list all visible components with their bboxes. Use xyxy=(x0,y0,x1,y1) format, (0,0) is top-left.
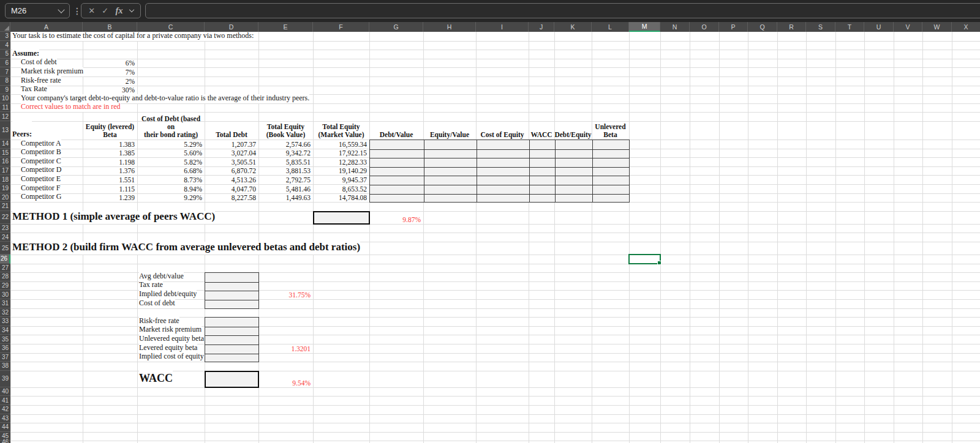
row-header-15[interactable]: 15 xyxy=(0,149,10,158)
selected-cell-M26[interactable] xyxy=(628,254,661,264)
cell-A22[interactable]: METHOD 1 (simple average of peers WACC) xyxy=(12,211,215,224)
row-header-8[interactable]: 8 xyxy=(0,76,10,86)
cell-C39[interactable]: WACC xyxy=(139,371,173,387)
column-header-D[interactable]: D xyxy=(205,22,258,32)
cell-E13[interactable]: Total Equity (Book Value) xyxy=(258,121,313,140)
row-header-12[interactable]: 12 xyxy=(0,112,10,121)
row-header-29[interactable]: 29 xyxy=(0,281,10,291)
row-header-40[interactable]: 40 xyxy=(0,387,10,396)
cell-E36[interactable]: 1.3201 xyxy=(258,344,311,353)
cancel-icon[interactable]: ✕ xyxy=(88,7,95,15)
cell-F16[interactable]: 12,282.33 xyxy=(313,157,367,166)
row-header-46[interactable]: 46 xyxy=(0,441,10,443)
cell-B18[interactable]: 1.551 xyxy=(83,175,135,184)
row-header-14[interactable]: 14 xyxy=(0,140,10,149)
row-header-34[interactable]: 34 xyxy=(0,326,10,335)
empty-input-cells-D33[interactable] xyxy=(205,317,259,362)
cell-C18[interactable]: 8.73% xyxy=(137,175,202,184)
cell-F13[interactable]: Total Equity (Market Value) xyxy=(313,121,369,140)
cell-E16[interactable]: 5,835.51 xyxy=(258,157,311,166)
column-header-E[interactable]: E xyxy=(258,22,313,32)
chevron-down-icon[interactable] xyxy=(58,6,64,13)
cell-B15[interactable]: 1.385 xyxy=(83,149,135,158)
row-header-23[interactable]: 23 xyxy=(0,224,10,233)
row-header-36[interactable]: 36 xyxy=(0,344,10,353)
column-header-I[interactable]: I xyxy=(476,22,529,32)
row-header-42[interactable]: 42 xyxy=(0,405,10,414)
column-header-P[interactable]: P xyxy=(719,22,748,32)
column-header-V[interactable]: V xyxy=(894,22,922,32)
row-header-20[interactable]: 20 xyxy=(0,193,10,203)
cell-C37[interactable]: Implied cost of equity xyxy=(139,353,204,362)
column-header-S[interactable]: S xyxy=(806,22,835,32)
column-header-Q[interactable]: Q xyxy=(748,22,777,32)
cell-C14[interactable]: 5.29% xyxy=(137,140,202,149)
chevron-down-icon[interactable] xyxy=(129,7,134,12)
column-header-M[interactable]: M xyxy=(629,22,660,32)
cell-B16[interactable]: 1.198 xyxy=(83,157,135,166)
row-header-33[interactable]: 33 xyxy=(0,317,10,326)
more-options-icon[interactable]: ⋮ xyxy=(73,3,81,18)
row-header-6[interactable]: 6 xyxy=(0,59,10,68)
cell-B8[interactable]: 2% xyxy=(83,76,135,86)
row-header-3[interactable]: 3 xyxy=(0,32,10,41)
cell-E15[interactable]: 9,342.72 xyxy=(258,149,311,158)
column-header-F[interactable]: F xyxy=(313,22,369,32)
cell-J13[interactable]: WACC xyxy=(529,121,554,140)
cell-F14[interactable]: 16,559.34 xyxy=(313,140,367,149)
cell-D20[interactable]: 8,227.58 xyxy=(205,193,256,203)
empty-input-cells-F22[interactable] xyxy=(313,211,370,225)
cell-E18[interactable]: 2,792.75 xyxy=(258,175,311,184)
cell-B19[interactable]: 1.115 xyxy=(83,184,135,193)
empty-input-cells-D39[interactable] xyxy=(205,371,259,388)
cell-B13[interactable]: Equity (levered) Beta xyxy=(83,121,137,140)
cell-L13[interactable]: Unlevered Beta xyxy=(592,121,629,140)
row-header-13[interactable]: 13 xyxy=(0,121,10,140)
cell-B14[interactable]: 1.383 xyxy=(83,140,135,149)
cell-H13[interactable]: Equity/Value xyxy=(423,121,476,140)
row-header-44[interactable]: 44 xyxy=(0,423,10,432)
row-header-43[interactable]: 43 xyxy=(0,414,10,423)
cell-E14[interactable]: 2,574.66 xyxy=(258,140,311,149)
row-header-4[interactable]: 4 xyxy=(0,41,10,50)
cell-B20[interactable]: 1.239 xyxy=(83,193,135,203)
empty-input-cells-D28[interactable] xyxy=(205,272,259,308)
cell-A25[interactable]: METHOD 2 (build firm WACC from average u… xyxy=(12,242,360,255)
row-header-30[interactable]: 30 xyxy=(0,290,10,299)
row-header-25[interactable]: 25 xyxy=(0,242,10,255)
cell-D15[interactable]: 3,027.04 xyxy=(205,149,256,158)
cell-C19[interactable]: 8.94% xyxy=(137,184,202,193)
row-header-38[interactable]: 38 xyxy=(0,362,10,371)
row-header-35[interactable]: 35 xyxy=(0,335,10,344)
column-header-C[interactable]: C xyxy=(137,22,205,32)
cell-A11[interactable]: Correct values to match are in red xyxy=(21,103,121,113)
cell-A3[interactable]: Your task is to estimate the cost of cap… xyxy=(12,32,254,41)
cell-C31[interactable]: Cost of debt xyxy=(139,299,175,308)
row-header-22[interactable]: 22 xyxy=(0,211,10,224)
cell-F17[interactable]: 19,140.29 xyxy=(313,166,367,176)
empty-input-cells-G14[interactable] xyxy=(369,140,630,203)
cell-C17[interactable]: 6.68% xyxy=(137,166,202,176)
cell-F15[interactable]: 17,922.15 xyxy=(313,149,367,158)
formula-bar-input[interactable] xyxy=(145,3,980,18)
row-header-41[interactable]: 41 xyxy=(0,396,10,405)
column-header-O[interactable]: O xyxy=(690,22,719,32)
row-header-10[interactable]: 10 xyxy=(0,94,10,103)
enter-icon[interactable]: ✓ xyxy=(102,7,108,15)
cell-D14[interactable]: 1,207.37 xyxy=(205,140,256,149)
cell-E39[interactable]: 9.54% xyxy=(258,371,311,387)
row-header-11[interactable]: 11 xyxy=(0,103,10,113)
column-header-A[interactable]: A xyxy=(10,22,83,32)
cell-I13[interactable]: Cost of Equity xyxy=(476,121,529,140)
row-header-31[interactable]: 31 xyxy=(0,299,10,308)
cell-C13[interactable]: Cost of Debt (based on their bond rating… xyxy=(137,121,205,140)
column-header-J[interactable]: J xyxy=(529,22,554,32)
cell-B6[interactable]: 6% xyxy=(83,59,135,68)
row-header-27[interactable]: 27 xyxy=(0,264,10,273)
cell-C15[interactable]: 5.60% xyxy=(137,149,202,158)
row-header-21[interactable]: 21 xyxy=(0,202,10,211)
row-header-26[interactable]: 26 xyxy=(0,255,10,264)
cell-B7[interactable]: 7% xyxy=(83,67,135,76)
column-header-L[interactable]: L xyxy=(592,22,629,32)
column-header-U[interactable]: U xyxy=(864,22,894,32)
